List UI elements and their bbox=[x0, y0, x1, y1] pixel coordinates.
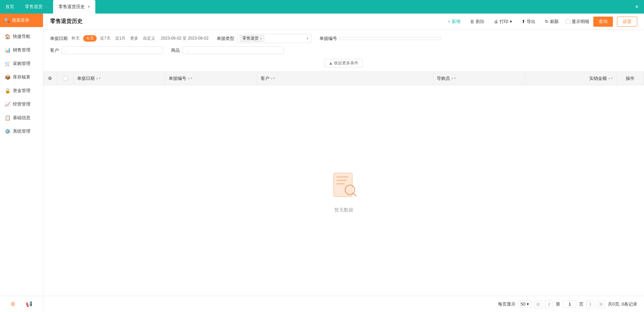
sidebar-item-inventory-label: 库存核算 bbox=[13, 74, 30, 80]
page-number-input[interactable] bbox=[563, 300, 576, 308]
date-opt-1month[interactable]: 近1月 bbox=[114, 35, 127, 42]
sidebar-item-purchase[interactable]: 🛒 采购管理 bbox=[0, 57, 43, 70]
delete-label: 删除 bbox=[476, 19, 484, 25]
tab-return-history-close[interactable]: × bbox=[88, 4, 90, 9]
th-customer[interactable]: 客户 ▲▼ bbox=[257, 72, 434, 85]
new-button[interactable]: + 新增 bbox=[445, 17, 463, 26]
th-guide-label: 导购员 bbox=[437, 75, 450, 82]
first-page-button[interactable]: ⟨⟨ bbox=[534, 300, 542, 308]
show-detail-checkbox[interactable] bbox=[566, 19, 570, 24]
sidebar-item-purchase-label: 采购管理 bbox=[13, 61, 30, 67]
doc-type-tag-label: 零售退货 bbox=[242, 36, 259, 41]
date-sort-icon[interactable]: ▲▼ bbox=[96, 77, 101, 80]
pagination: 每页显示 50 ▾ ⟨⟨ ⟨ 第 页 ⟩ ⟩⟩ 共0页, 0条记录 bbox=[43, 296, 644, 312]
prev-page-button[interactable]: ⟨ bbox=[545, 300, 553, 308]
doc-number-input[interactable] bbox=[340, 37, 441, 40]
date-opt-yesterday[interactable]: 昨天 bbox=[70, 35, 81, 42]
collapse-button[interactable]: ▲ 收起更多条件 bbox=[325, 59, 363, 67]
date-opt-7days[interactable]: 近7天 bbox=[99, 35, 112, 42]
svg-rect-2 bbox=[336, 180, 347, 181]
last-page-button[interactable]: ⟩⟩ bbox=[597, 300, 605, 308]
page-section-label: 第 bbox=[556, 301, 560, 307]
inventory-icon: 📦 bbox=[4, 74, 11, 81]
date-label: 单据日期 bbox=[50, 36, 68, 42]
customer-filter: 客户 ... bbox=[50, 46, 163, 54]
next-page-button[interactable]: ⟩ bbox=[586, 300, 594, 308]
th-doc-label: 单据编号 bbox=[169, 75, 186, 82]
date-options: 昨天 今天 近7天 近1月 更多 自定义 bbox=[70, 35, 157, 42]
window-close-button[interactable]: × bbox=[635, 4, 639, 10]
sidebar-item-finance-label: 资金管理 bbox=[13, 88, 30, 94]
goods-input[interactable]: ... bbox=[183, 46, 284, 54]
filter-row-1: 单据日期 昨天 今天 近7天 近1月 更多 自定义 2023-06-02 至 2… bbox=[50, 34, 637, 43]
th-doc-number[interactable]: 单据编号 ▲▼ bbox=[165, 72, 257, 85]
refresh-icon: ↻ bbox=[545, 19, 549, 24]
sidebar-item-quick-nav-label: 快捷导航 bbox=[13, 34, 30, 40]
svg-rect-1 bbox=[336, 176, 348, 178]
goods-label: 商品 bbox=[171, 47, 180, 53]
delete-icon: 🗑 bbox=[470, 19, 474, 24]
tab-home-label: 首页 bbox=[5, 4, 14, 10]
print-button[interactable]: 🖨 打印 ▾ bbox=[491, 17, 515, 26]
th-checkbox[interactable] bbox=[57, 72, 74, 85]
print-arrow: ▾ bbox=[510, 19, 512, 24]
sidebar-item-system[interactable]: ⚙️ 系统管理 bbox=[0, 125, 43, 138]
tab-home[interactable]: 首页 bbox=[0, 0, 20, 14]
sidebar-search[interactable]: 🔍 搜索菜单 bbox=[0, 14, 43, 27]
amount-sort-icon[interactable]: ▲▼ bbox=[608, 77, 613, 80]
content-area: 零售退货历史 + 新增 🗑 删除 🖨 打印 ▾ ⬆ 导出 bbox=[43, 14, 644, 312]
total-text: 共0页, 0条记录 bbox=[608, 301, 637, 307]
print-icon: 🖨 bbox=[494, 19, 498, 24]
new-label: 新增 bbox=[452, 19, 460, 25]
svg-point-6 bbox=[348, 187, 352, 192]
customer-placeholder: ... bbox=[65, 48, 68, 53]
tab-return[interactable]: 零售退货 × bbox=[20, 0, 53, 14]
th-date[interactable]: 单据日期 ▲▼ bbox=[74, 72, 165, 85]
delete-button[interactable]: 🗑 删除 bbox=[467, 17, 487, 26]
tab-return-close[interactable]: × bbox=[45, 4, 48, 9]
refresh-button[interactable]: ↻ 刷新 bbox=[542, 17, 562, 26]
th-amount[interactable]: 实销金额 ▲▼ bbox=[525, 72, 617, 85]
sidebar-item-quick-nav[interactable]: 🏠 快捷导航 bbox=[0, 30, 43, 43]
query-button[interactable]: 查询 bbox=[593, 17, 613, 27]
page-size-select[interactable]: 50 ▾ bbox=[518, 300, 531, 308]
page-label: 页 bbox=[579, 301, 583, 307]
date-opt-today[interactable]: 今天 bbox=[83, 35, 97, 42]
empty-text: 暂无数据 bbox=[334, 207, 353, 213]
th-action: 操作 bbox=[617, 72, 644, 85]
speaker-icon[interactable]: 📢 bbox=[26, 301, 32, 307]
sidebar: 🔍 搜索菜单 🏠 快捷导航 📊 销售管理 🛒 采购管理 📦 库存核算 🔒 bbox=[0, 14, 43, 312]
new-icon: + bbox=[448, 19, 450, 24]
sidebar-item-basic-info[interactable]: 📋 基础信息 bbox=[0, 111, 43, 125]
sidebar-item-sales[interactable]: 📊 销售管理 bbox=[0, 43, 43, 57]
select-all-checkbox[interactable] bbox=[63, 76, 68, 81]
doc-number-label: 单据编号 bbox=[319, 36, 337, 42]
doc-type-tag-remove[interactable]: × bbox=[260, 37, 262, 41]
svg-rect-3 bbox=[336, 183, 345, 184]
goods-placeholder: ... bbox=[186, 48, 189, 53]
export-button[interactable]: ⬆ 导出 bbox=[519, 17, 538, 26]
settings-icon[interactable]: ⚙ bbox=[10, 301, 15, 307]
sidebar-item-operations[interactable]: 📈 经营管理 bbox=[0, 97, 43, 111]
sidebar-item-inventory[interactable]: 📦 库存核算 bbox=[0, 70, 43, 84]
date-opt-custom[interactable]: 自定义 bbox=[142, 35, 157, 42]
collapse-arrow: ▲ bbox=[329, 61, 333, 66]
tab-return-history[interactable]: 零售退货历史 × bbox=[53, 0, 95, 14]
date-range[interactable]: 2023-06-02 至 2023-06-02 bbox=[161, 36, 208, 41]
empty-state: 暂无数据 bbox=[43, 85, 644, 296]
show-detail-toggle[interactable]: 显示明细 bbox=[566, 19, 589, 25]
sidebar-bottom: ⚙ 📢 bbox=[0, 296, 43, 312]
customer-sort-icon[interactable]: ▲▼ bbox=[270, 77, 276, 80]
doc-type-select[interactable]: 零售退货 × ▾ bbox=[237, 34, 311, 43]
finance-icon: 🔒 bbox=[4, 87, 11, 94]
doc-sort-icon[interactable]: ▲▼ bbox=[187, 77, 193, 80]
settings-button[interactable]: 设置 bbox=[617, 17, 637, 27]
customer-label: 客户 bbox=[50, 47, 59, 53]
sidebar-item-finance[interactable]: 🔒 资金管理 bbox=[0, 84, 43, 97]
refresh-label: 刷新 bbox=[550, 19, 559, 25]
guide-sort-icon[interactable]: ▲▼ bbox=[451, 77, 456, 80]
th-settings[interactable]: ⚙ bbox=[43, 72, 57, 85]
customer-input[interactable]: ... bbox=[62, 46, 163, 54]
th-guide[interactable]: 导购员 ▲▼ bbox=[433, 72, 525, 85]
date-opt-more[interactable]: 更多 bbox=[129, 35, 140, 42]
